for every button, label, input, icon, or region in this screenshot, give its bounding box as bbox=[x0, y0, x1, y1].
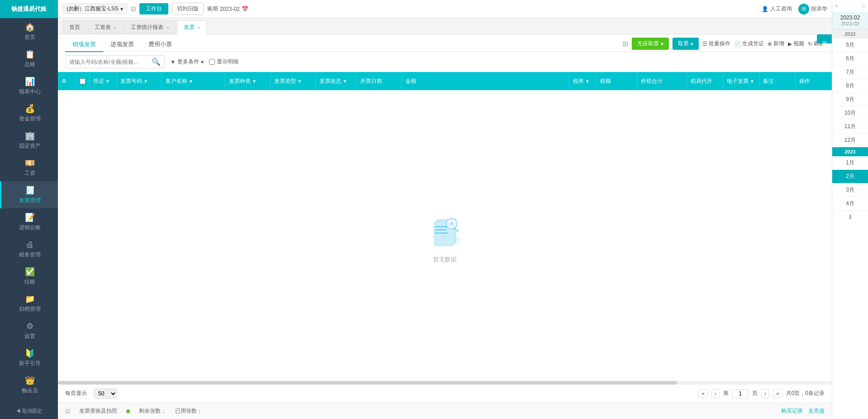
horizontal-scrollbar[interactable] bbox=[58, 381, 832, 385]
sidebar-item-trade[interactable]: 📝 进销台账 bbox=[0, 208, 58, 236]
month-2023-04[interactable]: 4月 bbox=[832, 197, 868, 211]
refresh-icon: ↻ bbox=[808, 41, 812, 47]
month-2023-01[interactable]: 1月 bbox=[832, 156, 868, 170]
th-invoice-category-filter-icon[interactable]: ▼ bbox=[297, 79, 302, 84]
th-tax-rate-filter-icon[interactable]: ▼ bbox=[585, 79, 590, 84]
tab-home-label: 首页 bbox=[69, 24, 80, 31]
current-period-top: 2023.02 bbox=[836, 14, 864, 21]
sidebar-item-salary[interactable]: 💴 工资 bbox=[0, 154, 58, 181]
th-checkbox[interactable] bbox=[76, 72, 90, 90]
month-2022-09[interactable]: 9月 bbox=[832, 93, 868, 106]
month-2023-03[interactable]: 3月 bbox=[832, 183, 868, 197]
sidebar-item-assets[interactable]: 🏢 固定资产 bbox=[0, 127, 58, 154]
date-panel-scroll-down[interactable]: ⬇ bbox=[832, 211, 868, 223]
th-invoice-status-filter-icon[interactable]: ▼ bbox=[343, 79, 347, 84]
topbar: (勿删）江西服宝-LSS ▾ ⧉ 工作台 切到旧版 账期 2023-02 📅 👤… bbox=[58, 0, 832, 18]
purchase-records-link[interactable]: 购买记录 bbox=[781, 407, 803, 415]
sidebar-item-ledger[interactable]: 📋 总账 bbox=[0, 45, 58, 72]
video-button[interactable]: ▶ 视频 bbox=[788, 40, 804, 48]
month-2022-08[interactable]: 8月 bbox=[832, 79, 868, 93]
month-2022-11[interactable]: 11月 bbox=[832, 120, 868, 134]
batch-ops-button[interactable]: ☰ 批量操作 bbox=[702, 40, 730, 48]
scrollbar-thumb[interactable] bbox=[58, 381, 677, 385]
current-period-sub: 2023.02 bbox=[836, 21, 864, 26]
user-menu[interactable]: 徐 徐添华 bbox=[798, 4, 827, 14]
sidebar-item-settings[interactable]: ⚙ 设置 bbox=[0, 317, 58, 344]
show-detail-checkbox[interactable] bbox=[209, 59, 215, 65]
tab-salary[interactable]: 工资表 × bbox=[88, 20, 123, 34]
tax-button[interactable]: 取票 ▾ bbox=[672, 38, 699, 50]
sidebar-item-checkout[interactable]: ✅ 结账 bbox=[0, 263, 58, 290]
month-2022-05[interactable]: 5月 bbox=[832, 39, 868, 52]
tab-salary-close[interactable]: × bbox=[114, 25, 116, 30]
search-input-wrap[interactable]: 🔍 bbox=[65, 55, 165, 68]
subtab-expense-receipt[interactable]: 费用小票 bbox=[141, 38, 179, 52]
sidebar-item-guide[interactable]: 🔰 新手引导 bbox=[0, 344, 58, 371]
support-icon: 👤 bbox=[762, 6, 768, 12]
new-button[interactable]: ⊕ 新增 bbox=[768, 40, 784, 48]
scroll-down-icon: ⬇ bbox=[848, 213, 853, 221]
sidebar-item-tax[interactable]: 🖨 税务管理 bbox=[0, 236, 58, 263]
tab-invoice-close[interactable]: × bbox=[197, 25, 200, 30]
open-period-button[interactable]: 开账日期 bbox=[817, 34, 832, 43]
search-icon[interactable]: 🔍 bbox=[152, 58, 161, 66]
filter-button[interactable]: ▼ 更多条件 ▾ bbox=[170, 58, 204, 66]
workspace-button[interactable]: 工作台 bbox=[139, 3, 168, 14]
subtab-purchase-invoice[interactable]: 进项发票 bbox=[103, 38, 141, 52]
month-2022-10[interactable]: 10月 bbox=[832, 106, 868, 120]
sidebar-item-report[interactable]: 📊 报表中心 bbox=[0, 72, 58, 100]
tab-salary-report-close[interactable]: × bbox=[166, 25, 169, 30]
sidebar-collapse-btn[interactable]: ◀ 取消固定 bbox=[0, 403, 58, 419]
batch-ops-label: 批量操作 bbox=[709, 40, 730, 48]
copy-icon[interactable]: ⧉ bbox=[131, 5, 136, 13]
no-tax-button[interactable]: 无应取票 ▾ bbox=[632, 38, 669, 50]
support-btn[interactable]: 👤 人工咨询 bbox=[762, 5, 792, 13]
sidebar-item-member[interactable]: 👑 畅会员 bbox=[0, 371, 58, 399]
month-2022-12[interactable]: 12月 bbox=[832, 134, 868, 147]
batch-ops-icon: ☰ bbox=[702, 41, 707, 47]
total-records: 共0页，0条记录 bbox=[786, 390, 825, 397]
subtab-sales-invoice[interactable]: 销项发票 bbox=[65, 38, 103, 52]
grid-icon[interactable]: ⊞ bbox=[622, 39, 628, 48]
date-panel-current: 2023.02 2023.02 bbox=[832, 12, 868, 29]
prev-page-button[interactable]: ‹ bbox=[711, 389, 720, 398]
th-customer-filter-icon[interactable]: ▼ bbox=[189, 79, 193, 84]
recharge-link[interactable]: 去充值 bbox=[808, 407, 825, 415]
tab-invoice[interactable]: 发票 × bbox=[177, 20, 207, 34]
no-tax-label: 无应取票 bbox=[637, 40, 659, 48]
per-page-select[interactable]: 50 100 200 bbox=[94, 389, 117, 399]
th-invoice-no-filter-icon[interactable]: ▼ bbox=[143, 79, 148, 84]
invoice-icon: 🧾 bbox=[25, 185, 35, 195]
tab-salary-report[interactable]: 工资统计报表 × bbox=[124, 20, 176, 34]
sidebar-item-archive[interactable]: 📁 归档管理 bbox=[0, 290, 58, 317]
date-panel-controls: × □ bbox=[832, 0, 868, 12]
assets-icon: 🏢 bbox=[25, 131, 35, 141]
sidebar-item-funds[interactable]: 💰 资金管理 bbox=[0, 100, 58, 127]
month-2023-02[interactable]: 2月 bbox=[832, 170, 868, 183]
date-panel-expand-btn[interactable]: □ bbox=[862, 3, 865, 9]
month-2022-06[interactable]: 6月 bbox=[832, 52, 868, 66]
month-2022-07[interactable]: 7月 bbox=[832, 66, 868, 79]
th-voucher-filter-icon[interactable]: ▼ bbox=[105, 79, 110, 84]
show-detail-wrap[interactable]: 显示明细 bbox=[209, 58, 238, 66]
th-invoice-category: 发票类型 ▼ bbox=[271, 72, 316, 90]
search-input[interactable] bbox=[69, 59, 149, 65]
th-invoice-type-filter-icon[interactable]: ▼ bbox=[252, 79, 257, 84]
company-selector[interactable]: (勿删）江西服宝-LSS ▾ bbox=[62, 4, 127, 14]
switch-version-button[interactable]: 切到旧版 bbox=[172, 3, 204, 15]
calendar-icon[interactable]: 📅 bbox=[242, 6, 248, 12]
select-all-checkbox[interactable] bbox=[80, 78, 86, 84]
date-panel-close-btn[interactable]: × bbox=[835, 3, 838, 9]
page-input[interactable] bbox=[732, 389, 749, 398]
generate-voucher-button[interactable]: 📄 生成凭证 bbox=[734, 40, 764, 48]
th-e-invoice-filter-icon[interactable]: ▼ bbox=[750, 79, 754, 84]
th-invoice-status: 发票状态 ▼ bbox=[316, 72, 357, 90]
period-value: 2023-02 bbox=[220, 6, 240, 12]
next-page-button[interactable]: › bbox=[761, 389, 769, 398]
settings-col-icon[interactable]: ⚙ bbox=[62, 78, 67, 84]
sidebar-item-home[interactable]: 🏠 首页 bbox=[0, 18, 58, 45]
tab-home[interactable]: 首页 bbox=[62, 20, 87, 34]
first-page-button[interactable]: « bbox=[698, 389, 708, 398]
last-page-button[interactable]: » bbox=[773, 389, 782, 398]
sidebar-item-invoice[interactable]: 🧾 发票管理 bbox=[0, 181, 58, 208]
